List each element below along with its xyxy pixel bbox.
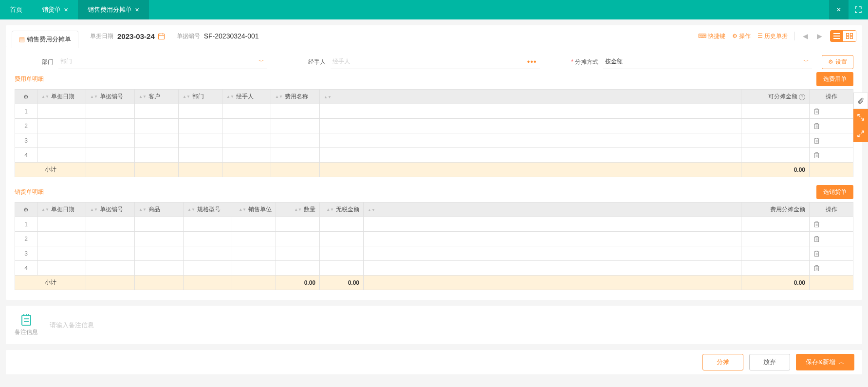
sort-icon: ▲▼ (183, 95, 190, 98)
col-blank[interactable]: ▲▼ (320, 90, 741, 104)
table-row[interactable]: 1 (15, 104, 853, 119)
row-number: 2 (15, 119, 37, 133)
top-tab-bar: 首页 销货单✕ 销售费用分摊单✕ ✕ (0, 0, 868, 19)
table-settings-icon[interactable]: ⚙ (15, 203, 37, 217)
col-date[interactable]: ▲▼单据日期 (37, 203, 86, 217)
col-notax[interactable]: ▲▼无税金额 (320, 203, 364, 217)
allocate-button[interactable]: 分摊 (702, 354, 743, 370)
side-rail (853, 92, 868, 142)
fee-subtotal-row: 小计 0.00 (15, 163, 853, 177)
table-row[interactable]: 2 (15, 232, 853, 246)
delete-icon[interactable] (813, 152, 849, 159)
delete-icon[interactable] (813, 250, 849, 257)
col-feename[interactable]: ▲▼费用名称 (271, 90, 320, 104)
prev-arrow-icon[interactable]: ◀ (802, 32, 809, 40)
tab-allocation[interactable]: 销售费用分摊单✕ (78, 0, 149, 19)
delete-icon[interactable] (813, 221, 849, 228)
sort-icon: ▲▼ (324, 96, 332, 98)
expand-button-1[interactable] (853, 109, 868, 126)
row-number: 3 (15, 246, 37, 261)
tab-sales[interactable]: 销货单✕ (32, 0, 78, 19)
delete-icon[interactable] (813, 236, 849, 242)
col-docno[interactable]: ▲▼单据编号 (86, 203, 135, 217)
col-spec[interactable]: ▲▼规格型号 (184, 203, 232, 217)
sort-icon: ▲▼ (226, 95, 234, 98)
col-docno[interactable]: ▲▼单据编号 (86, 90, 135, 104)
remarks-input[interactable] (50, 321, 853, 329)
col-blank[interactable]: ▲▼ (364, 203, 741, 217)
calendar-icon[interactable] (158, 33, 165, 40)
date-value[interactable]: 2023-03-24 (117, 32, 155, 40)
dept-label: 部门 (15, 58, 58, 66)
col-dept[interactable]: ▲▼部门 (179, 90, 222, 104)
method-field: *分摊方式 按金额 ﹀ (559, 55, 812, 69)
doc-type-tab[interactable]: ▤销售费用分摊单 (12, 31, 78, 48)
gear-icon: ⚙ (828, 58, 833, 65)
col-agent[interactable]: ▲▼经手人 (222, 90, 271, 104)
delete-icon[interactable] (813, 265, 849, 272)
view-list-button[interactable] (831, 31, 843, 41)
expand-button-2[interactable] (853, 126, 868, 142)
dept-input[interactable]: 部门 ﹀ (58, 55, 267, 69)
select-sales-button[interactable]: 选销货单 (816, 185, 853, 199)
fee-subtotal-amount: 0.00 (741, 163, 810, 177)
remarks-label: 备注信息 (15, 328, 38, 336)
col-amount[interactable]: 可分摊金额? (741, 90, 810, 104)
next-arrow-icon[interactable]: ▶ (816, 32, 823, 40)
table-row[interactable]: 3 (15, 133, 853, 148)
delete-icon[interactable] (813, 108, 849, 115)
table-row[interactable]: 4 (15, 261, 853, 276)
sort-icon: ▲▼ (41, 208, 49, 211)
close-app-button[interactable]: ✕ (829, 0, 849, 19)
fee-detail-title: 费用单明细 (15, 75, 44, 83)
save-new-button[interactable]: 保存&新增︿ (796, 354, 854, 370)
history-link[interactable]: ☰历史单据 (757, 32, 788, 40)
method-label: *分摊方式 (559, 58, 603, 66)
footer-bar: 分摊 放弃 保存&新增︿ (6, 350, 862, 374)
sales-detail-table: ⚙ ▲▼单据日期 ▲▼单据编号 ▲▼商品 ▲▼规格型号 ▲▼销售单位 ▲▼数量 … (15, 202, 853, 290)
view-grid-button[interactable] (843, 31, 856, 41)
delete-icon[interactable] (813, 137, 849, 144)
col-customer[interactable]: ▲▼客户 (135, 90, 179, 104)
attachment-button[interactable] (853, 92, 868, 109)
dept-field: 部门 部门 ﹀ (15, 55, 267, 69)
keyboard-icon: ⌨ (698, 33, 706, 39)
col-operation: 操作 (810, 90, 853, 104)
col-date[interactable]: ▲▼单据日期 (37, 90, 86, 104)
svg-rect-6 (847, 37, 849, 39)
col-unit[interactable]: ▲▼销售单位 (232, 203, 276, 217)
table-row[interactable]: 3 (15, 246, 853, 261)
delete-icon[interactable] (813, 123, 849, 129)
row-number: 2 (15, 232, 37, 246)
close-icon[interactable]: ✕ (135, 7, 139, 13)
table-row[interactable]: 2 (15, 119, 853, 133)
sort-icon: ▲▼ (90, 208, 98, 211)
fullscreen-button[interactable] (849, 0, 868, 19)
sales-subtotal-notax: 0.00 (320, 276, 364, 290)
svg-rect-1 (833, 33, 840, 34)
operation-link[interactable]: ⚙操作 (732, 32, 751, 40)
col-product[interactable]: ▲▼商品 (135, 203, 184, 217)
method-select[interactable]: 按金额 ﹀ (603, 55, 812, 69)
help-icon[interactable]: ? (799, 94, 805, 100)
table-settings-icon[interactable]: ⚙ (15, 90, 37, 104)
row-number: 4 (15, 148, 37, 163)
col-qty[interactable]: ▲▼数量 (276, 203, 320, 217)
row-number: 1 (15, 104, 37, 119)
tab-home[interactable]: 首页 (0, 0, 32, 19)
table-row[interactable]: 4 (15, 148, 853, 163)
sales-subtotal-alloc: 0.00 (741, 276, 810, 290)
settings-button[interactable]: ⚙设置 (822, 55, 853, 69)
discard-button[interactable]: 放弃 (749, 354, 790, 370)
close-icon[interactable]: ✕ (64, 7, 68, 13)
shortcut-link[interactable]: ⌨快捷键 (698, 32, 725, 40)
sort-icon: ▲▼ (139, 208, 147, 211)
table-row[interactable]: 1 (15, 217, 853, 232)
agent-input[interactable]: 经手人 ••• (331, 55, 539, 69)
sort-icon: ▲▼ (41, 95, 49, 98)
col-operation: 操作 (810, 203, 853, 217)
select-fee-button[interactable]: 选费用单 (816, 72, 853, 86)
col-alloc[interactable]: 费用分摊金额 (741, 203, 810, 217)
date-label: 单据日期 (90, 32, 113, 40)
svg-rect-0 (158, 34, 164, 39)
